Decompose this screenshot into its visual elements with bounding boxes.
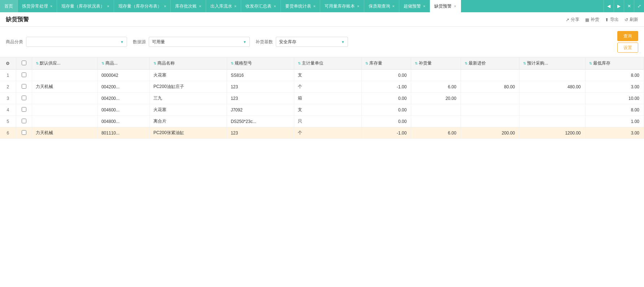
table-row[interactable]: 2 力天机械 004200... PC200油缸庄子 123 个 -1.00 6… [0,81,644,93]
row-product-name: PC200张紧油缸 [149,127,227,139]
row-checkbox-cell[interactable] [16,70,32,81]
select-all-checkbox[interactable] [22,61,26,65]
row-stock-qty: 0.00 [361,93,411,104]
replenish-base-filter-group: 补货基数 安全库存 ▼ [256,37,348,47]
tab-close-shortage[interactable]: × [454,4,456,8]
refresh-action[interactable]: ↺ 刷新 [625,17,638,23]
row-est-purchase [519,116,585,127]
row-checkbox[interactable] [22,96,26,100]
row-no: 6 [0,127,16,139]
row-unit: 支 [294,104,361,116]
row-stock-qty: 0.00 [361,70,411,81]
sort-default-supplier[interactable]: ⇅ 默认供应... [36,60,61,66]
row-checkbox[interactable] [22,130,26,135]
row-checkbox-cell[interactable] [16,116,32,127]
category-filter-group: 商品分类 ▼ [6,37,127,47]
row-est-purchase: 480.00 [519,81,585,93]
col-est-purchase[interactable]: ⇅ 预计采购... [519,57,585,70]
row-checkbox-cell[interactable] [16,93,32,104]
tab-expiry-query[interactable]: 保质期查询 × [364,0,399,12]
row-checkbox-cell[interactable] [16,81,32,93]
datasource-select[interactable]: 可用量 ▼ [149,37,250,47]
row-product-code: 004200... [97,81,149,93]
tab-close-recv-summary[interactable]: × [274,4,276,8]
col-stock-qty[interactable]: ⇅ 库存量 [361,57,411,70]
col-unit[interactable]: ⇅ 主计量单位 [294,57,361,70]
query-button[interactable]: 查询 [617,31,638,41]
table-row[interactable]: 5 004800... 离合片 DS250*23c... 只 0.00 1.00 [0,116,644,127]
export-action[interactable]: ⬆ 导出 [605,17,619,23]
tab-close-overstock[interactable]: × [423,4,425,8]
tab-overstock[interactable]: 超储预警 × [399,0,430,12]
tab-available-ledger[interactable]: 可用量库存账本 × [320,0,364,12]
tab-close-order-stats[interactable]: × [313,4,316,8]
tab-close-abnormal[interactable]: × [50,4,52,8]
sort-icon: ⇅ [101,61,104,65]
row-est-purchase [519,70,585,81]
tab-close-inventory-dist[interactable]: × [164,4,166,8]
tab-shortage[interactable]: 缺货预警 × [430,0,461,12]
col-product-name[interactable]: ⇅ 商品名称 [149,57,227,70]
tab-order-stats[interactable]: 要货单统计表 × [281,0,320,12]
col-replenish-qty[interactable]: ⇅ 补货量 [411,57,461,70]
col-min-stock[interactable]: ⇅ 最低库存 [585,57,644,70]
refresh-label: 刷新 [630,17,638,23]
tab-inventory-dist[interactable]: 现存量（库存分布表） × [114,0,171,12]
sort-product-code[interactable]: ⇅ 商品... [101,60,118,66]
row-product-code: 0000042 [97,70,149,81]
settings-button[interactable]: 设置 [617,43,638,53]
tab-expand[interactable]: ⤢ [634,0,644,12]
row-checkbox[interactable] [22,84,26,89]
col-spec[interactable]: ⇅ 规格型号 [227,57,294,70]
row-checkbox[interactable] [22,107,26,112]
row-checkbox[interactable] [22,72,26,77]
data-table: ⚙ ⇅ 默认供应... ⇅ [0,57,644,139]
row-checkbox-cell[interactable] [16,104,32,116]
table-row[interactable]: 4 004600... 火花塞 J7092 支 0.00 8.00 [0,104,644,116]
tab-close-available-ledger[interactable]: × [357,4,359,8]
row-latest-price: 80.00 [461,81,519,93]
tab-close-inventory-status[interactable]: × [107,4,109,8]
sort-stock-qty[interactable]: ⇅ 库存量 [365,60,382,66]
tab-close-expiry-query[interactable]: × [392,4,395,8]
col-latest-price[interactable]: ⇅ 最新进价 [461,57,519,70]
col-default-supplier[interactable]: ⇅ 默认供应... [32,57,97,70]
replenish-action[interactable]: ▦ 补货 [585,17,599,23]
row-checkbox-cell[interactable] [16,127,32,139]
sort-replenish-qty[interactable]: ⇅ 补货量 [415,60,432,66]
sort-product-name[interactable]: ⇅ 商品名称 [153,60,175,66]
sort-est-purchase[interactable]: ⇅ 预计采购... [523,60,548,66]
tab-inout-flow[interactable]: 出入库流水 × [206,0,241,12]
table-row[interactable]: 1 0000042 火花塞 SS816 支 0.00 8.00 [0,70,644,81]
col-checkbox[interactable] [16,57,32,70]
table-row[interactable]: 3 004200... 三九 123 箱 0.00 20.00 10.00 [0,93,644,104]
sort-latest-price[interactable]: ⇅ 最新进价 [465,60,486,66]
table-wrapper: ⚙ ⇅ 默认供应... ⇅ [0,57,644,139]
table-row[interactable]: 6 力天机械 801110... PC200张紧油缸 123 个 -1.00 6… [0,127,644,139]
row-product-name: 火花塞 [149,70,227,81]
row-latest-price [461,116,519,127]
tab-inventory-status[interactable]: 现存量（库存状况表） × [57,0,114,12]
tab-close-inout-flow[interactable]: × [234,4,236,8]
tab-close-batch-account[interactable]: × [199,4,201,8]
tab-scroll-right[interactable]: ▶ [614,0,624,12]
header-actions: ↗ 分享 ▦ 补货 ⬆ 导出 ↺ 刷新 [566,17,638,23]
tab-home[interactable]: 首页 [0,0,18,12]
category-select[interactable]: ▼ [26,37,127,47]
row-default-supplier [32,116,97,127]
sort-spec[interactable]: ⇅ 规格型号 [231,60,252,66]
replenish-base-select[interactable]: 安全库存 ▼ [276,37,348,47]
sort-unit[interactable]: ⇅ 主计量单位 [298,60,323,66]
tab-abnormal[interactable]: 拣货异常处理 × [18,0,57,12]
tab-scroll-left[interactable]: ◀ [604,0,614,12]
row-checkbox[interactable] [22,119,26,123]
tab-batch-account[interactable]: 库存批次账 × [171,0,206,12]
col-product-code[interactable]: ⇅ 商品... [97,57,149,70]
tab-recv-summary[interactable]: 收发存汇总表 × [241,0,280,12]
col-gear[interactable]: ⚙ [0,57,16,70]
tab-close-all[interactable]: ✕ [624,0,634,12]
row-replenish-qty: 20.00 [411,93,461,104]
share-action[interactable]: ↗ 分享 [566,17,579,23]
sort-min-stock[interactable]: ⇅ 最低库存 [589,60,610,66]
row-min-stock: 1.00 [585,116,644,127]
